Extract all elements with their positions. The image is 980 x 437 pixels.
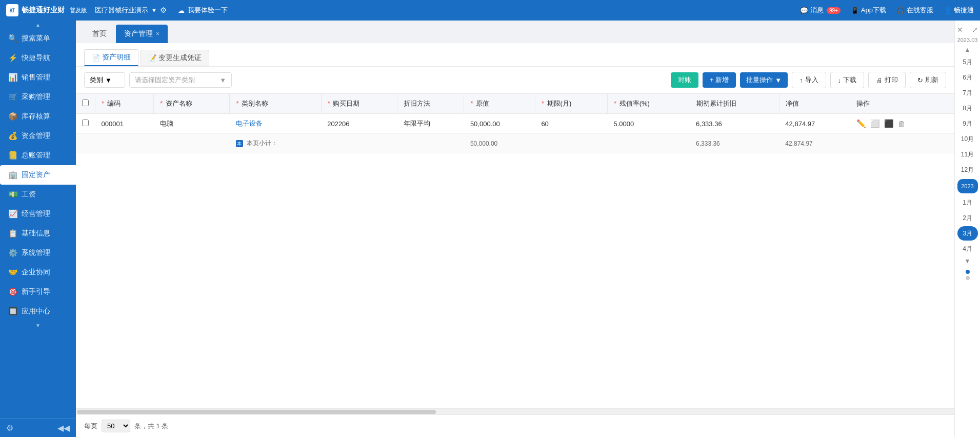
select-all-checkbox[interactable] <box>82 100 89 106</box>
sub-tab-asset-detail-label: 资产明细 <box>102 53 131 62</box>
subtotal-actions <box>850 134 954 153</box>
user-name: 畅捷通 <box>954 6 974 15</box>
sidebar-item-sales[interactable]: 📊 销售管理 <box>0 68 76 87</box>
subtotal-purchase-date <box>321 134 397 153</box>
month-1[interactable]: 1月 <box>957 195 978 210</box>
right-panel-down-nav[interactable]: ▼ <box>964 256 972 266</box>
print-button[interactable]: 🖨 打印 <box>868 72 906 88</box>
subtotal-original-value: 50,000.00 <box>464 134 535 153</box>
header-checkbox-cell <box>76 94 95 114</box>
company-chevron-icon[interactable]: ▼ <box>151 7 157 13</box>
sidebar-item-label: 企业协同 <box>22 268 50 277</box>
month-11[interactable]: 11月 <box>957 147 978 162</box>
sidebar-item-purchase[interactable]: 🛒 采购管理 <box>0 87 76 107</box>
month-12[interactable]: 12月 <box>957 163 978 177</box>
sidebar-item-system[interactable]: ⚙️ 系统管理 <box>0 243 76 263</box>
month-2[interactable]: 2月 <box>957 211 978 225</box>
sub-tab-voucher[interactable]: 📝 变更生成凭证 <box>141 50 209 66</box>
month-8[interactable]: 8月 <box>957 101 978 115</box>
online-service-item[interactable]: 🎧 在线客服 <box>896 6 933 15</box>
sidebar-bottom: ⚙ ◀◀ <box>0 419 76 437</box>
subtotal-residual <box>607 134 690 153</box>
sidebar-item-label: 基础信息 <box>22 229 50 238</box>
add-new-button[interactable]: + 新增 <box>703 72 736 88</box>
right-panel-close-icon[interactable]: ✕ <box>957 26 963 34</box>
edit-icon[interactable]: ✏️ <box>856 119 866 128</box>
scroll-dot[interactable] <box>966 276 970 280</box>
sidebar-item-app-center[interactable]: 🔲 应用中心 <box>0 302 76 321</box>
tab-close-icon[interactable]: × <box>156 30 159 37</box>
import-button[interactable]: ↑ 导入 <box>792 72 826 88</box>
experience-btn[interactable]: 我要体验一下 <box>188 6 228 15</box>
sidebar-item-enterprise[interactable]: 🤝 企业协同 <box>0 263 76 282</box>
target-icon: 🎯 <box>8 287 17 296</box>
more-icon[interactable]: ⬛ <box>884 119 894 128</box>
copy-icon[interactable]: ⬜ <box>870 119 880 128</box>
tab-home[interactable]: 首页 <box>84 25 115 43</box>
delete-icon[interactable]: 🗑 <box>898 120 906 128</box>
app-name: 畅捷通好业财 <box>22 6 65 15</box>
sidebar-item-fund[interactable]: 💰 资金管理 <box>0 126 76 146</box>
print-label: 打印 <box>885 75 898 85</box>
month-7[interactable]: 7月 <box>957 86 978 100</box>
refresh-button[interactable]: ↻ 刷新 <box>910 72 946 88</box>
scrollbar-thumb[interactable] <box>77 410 436 414</box>
message-item[interactable]: 💬 消息 99+ <box>800 6 841 15</box>
gear-icon[interactable]: ⚙ <box>160 6 167 15</box>
asset-detail-icon: 📄 <box>92 54 100 62</box>
user-item[interactable]: 👤 畅捷通 <box>944 6 974 15</box>
sidebar-item-label: 系统管理 <box>22 248 50 257</box>
toolbar-right: 对账 + 新增 批量操作 ▼ ↑ 导入 ↓ 下载 <box>671 72 946 88</box>
app-edition: 普及版 <box>70 7 87 14</box>
box-icon: 📦 <box>8 112 17 121</box>
import-icon: ↑ <box>799 76 803 84</box>
row-checkbox[interactable] <box>82 120 89 126</box>
company-name: 医疗器械行业演示 <box>95 6 148 15</box>
sidebar-item-general-ledger[interactable]: 📒 总账管理 <box>0 146 76 165</box>
month-9[interactable]: 9月 <box>957 116 978 131</box>
sidebar-item-operation[interactable]: 📈 经营管理 <box>0 204 76 224</box>
per-page-label: 每页 <box>84 422 97 431</box>
header-net-value: 净值 <box>779 94 850 114</box>
header-code: * 编码 <box>95 94 154 114</box>
download-icon: ↓ <box>838 76 842 84</box>
sidebar-item-search[interactable]: 🔍 搜索菜单 <box>0 29 76 48</box>
month-10[interactable]: 10月 <box>957 132 978 146</box>
sub-tab-asset-detail[interactable]: 📄 资产明细 <box>84 49 138 66</box>
month-6[interactable]: 6月 <box>957 70 978 85</box>
sidebar-item-quick-nav[interactable]: ⚡ 快捷导航 <box>0 48 76 68</box>
category-filter-select[interactable]: 类别 ▼ <box>84 72 125 88</box>
sidebar-item-fixed-assets[interactable]: 🏢 固定资产 <box>0 165 76 185</box>
sidebar-item-salary[interactable]: 💵 工资 <box>0 185 76 204</box>
app-download-item[interactable]: 📱 App下载 <box>851 6 886 15</box>
company-selector[interactable]: 医疗器械行业演示 ▼ ⚙ ☁ 我要体验一下 <box>95 6 800 15</box>
sidebar-item-inventory[interactable]: 📦 库存核算 <box>0 107 76 126</box>
sidebar-scroll-down[interactable]: ▼ <box>0 321 76 329</box>
subtotal-row: 本 本页小计： 50,000.00 6,333.36 42,874.97 <box>76 134 954 153</box>
tab-asset-management[interactable]: 资产管理 × <box>116 25 168 43</box>
download-button[interactable]: ↓ 下载 <box>830 72 865 88</box>
subtotal-method <box>397 134 464 153</box>
right-panel-up-nav[interactable]: ▲ <box>964 45 972 54</box>
sidebar-scroll-up[interactable]: ▲ <box>0 21 76 29</box>
tab-home-label: 首页 <box>92 29 107 38</box>
horizontal-scrollbar[interactable] <box>76 408 954 414</box>
per-page-select[interactable]: 50 100 200 <box>102 420 130 432</box>
settings-bottom-icon[interactable]: ⚙ <box>6 423 13 433</box>
category-input[interactable]: 请选择固定资产类别 ▼ <box>129 72 232 88</box>
month-5[interactable]: 5月 <box>957 55 978 69</box>
month-3[interactable]: 3月 <box>957 226 978 241</box>
add-new-label: + 新增 <box>710 75 729 85</box>
app-download-label: App下载 <box>861 6 886 15</box>
right-panel-expand-icon[interactable]: ⤢ <box>972 26 978 34</box>
sub-tab-voucher-label: 变更生成凭证 <box>158 53 202 63</box>
batch-ops-button[interactable]: 批量操作 ▼ <box>740 72 788 88</box>
collapse-icon[interactable]: ◀◀ <box>57 423 70 433</box>
reconcile-button[interactable]: 对账 <box>671 72 698 88</box>
row-original-value: 50,000.00 <box>464 114 535 134</box>
sidebar-item-guide[interactable]: 🎯 新手引导 <box>0 282 76 302</box>
headset-icon: 🎧 <box>896 7 905 14</box>
scroll-dot-active[interactable] <box>966 270 970 274</box>
sidebar-item-basic-info[interactable]: 📋 基础信息 <box>0 224 76 243</box>
month-4[interactable]: 4月 <box>957 242 978 256</box>
